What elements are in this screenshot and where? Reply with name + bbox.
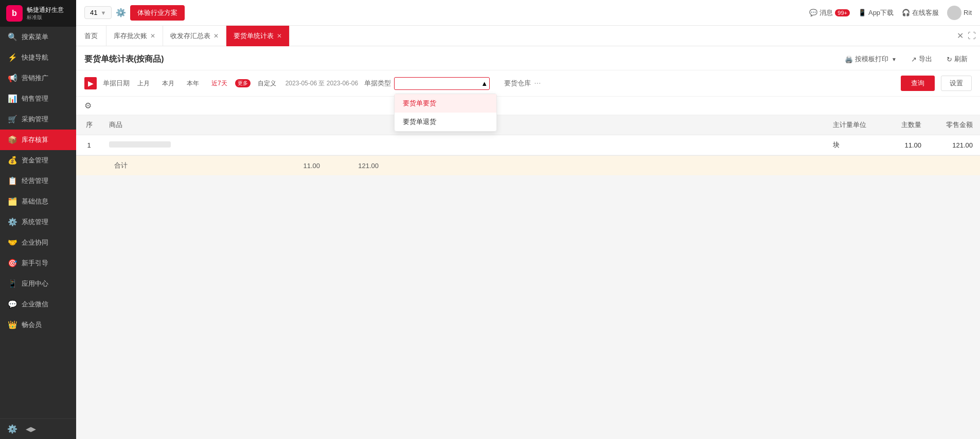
tab-requisition-stats[interactable]: 要货单统计表 ✕ [226,26,290,46]
settings-button[interactable]: 设置 [941,76,972,91]
page-title: 要货单统计表(按商品) [84,54,164,65]
collapse-icon[interactable]: ◀▶ [26,425,36,433]
settings-bottom-icon[interactable]: ⚙️ [7,424,17,434]
col-header-unit: 主计量单位 [826,115,877,135]
tab-home[interactable]: 首页 [76,26,106,46]
wechat-icon: 💬 [7,299,17,309]
sidebar-label-basic: 基础信息 [22,197,48,206]
app-sub: 标准版 [27,14,64,21]
date-btn-last7[interactable]: 近7天 [207,77,232,90]
fullscreen-icon[interactable]: ⛶ [968,31,976,41]
topbar: 41 ▼ ⚙️ 体验行业方案 💬 消息 99+ 📱 App下载 🎧 在线客服 [76,0,980,26]
inventory-icon: 📦 [7,135,17,145]
user-item[interactable]: Rit [947,6,972,20]
warehouse-more-icon[interactable]: ··· [534,79,541,88]
app-download-item[interactable]: 📱 App下载 [858,8,894,17]
logo-icon: b [6,5,23,22]
print-template-btn[interactable]: 🖨️ 按模板打印 ▼ [841,52,901,66]
footer-total-amount: 121.00 [327,162,379,170]
page-header: 要货单统计表(按商品) 🖨️ 按模板打印 ▼ ↗ 导出 ↻ 刷新 [76,46,980,70]
tab-receivable-summary-label: 收发存汇总表 [170,31,210,41]
dropdown-item-requisition[interactable]: 要货单要货 [395,94,496,113]
sidebar-item-wechat[interactable]: 💬 企业微信 [0,294,76,315]
date-filter-group: 单据日期 上月 本月 本年 近7天 更多 自定义 2023-05-06 至 20… [103,77,358,90]
warehouse-filter-group: 要货仓库 ··· [504,79,541,88]
export-label: 导出 [919,54,932,64]
system-icon: ⚙️ [7,217,17,227]
sidebar-item-member[interactable]: 👑 畅会员 [0,315,76,335]
member-icon: 👑 [7,320,17,330]
sidebar-item-apps[interactable]: 📱 应用中心 [0,273,76,294]
close-tab-inventory-batch[interactable]: ✕ [150,32,155,40]
refresh-btn[interactable]: ↻ 刷新 [942,52,972,66]
page-inner: 要货单统计表(按商品) 🖨️ 按模板打印 ▼ ↗ 导出 ↻ 刷新 [76,46,980,175]
date-btn-last-month[interactable]: 上月 [133,77,154,90]
industry-button[interactable]: 体验行业方案 [130,5,185,21]
date-btn-this-year[interactable]: 本年 [182,77,204,90]
store-gear-icon[interactable]: ⚙️ [116,8,126,17]
sidebar-bottom: ⚙️ ◀▶ [0,418,76,439]
print-template-label: 按模板打印 [855,54,888,64]
date-btn-this-month[interactable]: 本月 [157,77,179,90]
print-icon: 🖨️ [845,56,853,63]
sidebar-label-operations: 经营管理 [22,176,48,186]
sales-icon: 📊 [7,94,17,104]
sidebar-item-purchase[interactable]: 🛒 采购管理 [0,109,76,130]
sidebar-item-quick-nav[interactable]: ⚡ 快捷导航 [0,47,76,68]
sidebar-label-member: 畅会员 [22,320,42,330]
sidebar-item-search[interactable]: 🔍 搜索菜单 [0,27,76,47]
tab-inventory-batch[interactable]: 库存批次账 ✕ [106,26,163,46]
sidebar-item-system[interactable]: ⚙️ 系统管理 [0,212,76,232]
app-name: 畅捷通好生意 [27,6,64,14]
col-header-qty: 主数量 [877,115,929,135]
footer-total-label: 合计 [114,161,128,170]
close-all-tabs-icon[interactable]: ✕ [957,31,964,41]
sidebar-item-sales[interactable]: 📊 销售管理 [0,88,76,109]
query-button[interactable]: 查询 [901,76,935,91]
cell-qty-1: 11.00 [877,135,929,155]
sidebar-item-enterprise[interactable]: 🤝 企业协同 [0,232,76,253]
sidebar-item-operations[interactable]: 📋 经营管理 [0,171,76,191]
sidebar-item-marketing[interactable]: 📢 营销推广 [0,68,76,88]
sidebar-label-inventory: 库存核算 [22,135,48,144]
sidebar-nav: 🔍 搜索菜单 ⚡ 快捷导航 📢 营销推广 📊 销售管理 🛒 采购管理 📦 库存核… [0,27,76,418]
close-tab-receivable-summary[interactable]: ✕ [213,32,219,40]
date-btn-custom[interactable]: 自定义 [254,78,280,89]
sidebar-label-apps: 应用中心 [22,279,48,288]
logo: b 畅捷通好生意 标准版 [0,0,76,27]
cell-product-1 [102,135,826,155]
finance-icon: 💰 [7,155,17,166]
filter-expand-btn[interactable]: ▶ [84,77,97,89]
apps-icon: 📱 [7,279,17,289]
footer-total-qty: 11.00 [269,162,320,170]
tab-receivable-summary[interactable]: 收发存汇总表 ✕ [163,26,226,46]
column-settings-icon[interactable]: ⚙ [84,101,92,111]
avatar [947,6,961,20]
tab-requisition-stats-label: 要货单统计表 [234,31,274,41]
headset-icon: 🎧 [902,9,910,16]
doc-type-chevron-up-icon[interactable]: ▲ [481,80,488,87]
doc-type-input[interactable] [394,77,490,90]
sidebar-item-basic[interactable]: 🗂️ 基础信息 [0,191,76,212]
tabs-bar: 首页 库存批次账 ✕ 收发存汇总表 ✕ 要货单统计表 ✕ ✕ ⛶ [76,26,980,46]
dropdown-item-return[interactable]: 要货单退货 [395,113,496,131]
search-icon: 🔍 [7,32,17,42]
store-selector[interactable]: 41 ▼ [84,6,112,19]
online-service-label: 在线客服 [912,8,939,17]
sidebar-item-finance[interactable]: 💰 资金管理 [0,150,76,171]
more-badge[interactable]: 更多 [235,79,251,87]
sidebar: b 畅捷通好生意 标准版 🔍 搜索菜单 ⚡ 快捷导航 📢 营销推广 📊 销售管理… [0,0,76,439]
export-btn[interactable]: ↗ 导出 [907,52,936,66]
cell-unit-1: 块 [826,135,877,155]
notifications-item[interactable]: 💬 消息 99+ [809,8,850,17]
col-header-amount: 零售金额 [929,115,980,135]
sidebar-item-guide[interactable]: 🎯 新手引导 [0,253,76,273]
close-tab-requisition-stats[interactable]: ✕ [277,32,282,40]
sidebar-item-inventory[interactable]: 📦 库存核算 [0,130,76,150]
online-service-item[interactable]: 🎧 在线客服 [902,8,939,17]
table-body: 1 块 11.00 121.00 [76,135,980,155]
chevron-down-icon: ▼ [100,10,106,16]
store-number: 41 [90,9,97,16]
sidebar-label-sales: 销售管理 [22,94,48,103]
refresh-label: 刷新 [954,54,968,64]
